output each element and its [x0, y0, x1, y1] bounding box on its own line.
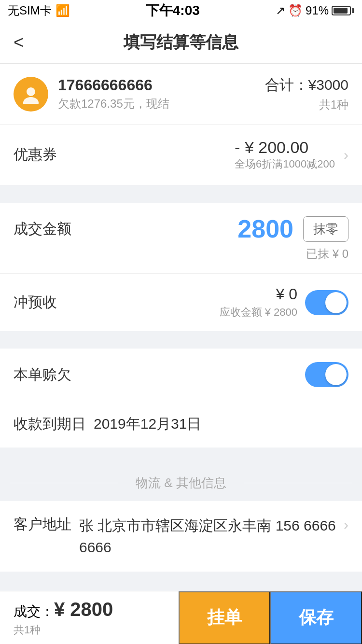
debt-toggle-knob [325, 364, 347, 385]
customer-row: 17666666666 欠款1276.35元，现结 合计：¥3000 共1种 [0, 64, 362, 125]
coupon-row[interactable]: 优惠券 - ¥ 200.00 全场6折满1000减200 › [0, 125, 362, 185]
battery-icon [332, 6, 354, 15]
prepay-sub: 应收金额 ¥ 2800 [220, 305, 297, 320]
round-button[interactable]: 抹零 [303, 216, 348, 242]
address-chevron-icon: › [344, 517, 348, 533]
logistics-text: 物流 & 其他信息 [128, 475, 234, 491]
svg-point-1 [23, 97, 39, 104]
page-title: 填写结算等信息 [124, 31, 238, 54]
save-button[interactable]: 保存 [270, 591, 362, 644]
amount-right: 2800 抹零 [237, 214, 348, 243]
battery-percent: 91% [306, 4, 329, 17]
bottom-bar: 成交：¥ 2800 共1种 挂单 保存 [0, 591, 362, 644]
debt-label: 本单赊欠 [14, 365, 71, 385]
coupon-right: - ¥ 200.00 全场6折满1000减200 › [235, 138, 348, 171]
amount-section: 成交金额 2800 抹零 已抹 ¥ 0 [0, 203, 362, 274]
wifi-icon: 📶 [56, 4, 70, 17]
summary-amount: ¥ 2800 [54, 599, 113, 620]
coupon-sub: 全场6折满1000减200 [235, 157, 335, 171]
debt-card: 本单赊欠 收款到期日 2019年12月31日 [0, 349, 362, 448]
logistics-line-right [244, 483, 352, 483]
address-section[interactable]: 客户地址 张 北京市市辖区海淀区永丰南 156 6666 6666 › [0, 501, 362, 572]
alarm-icon: ⏰ [288, 4, 303, 17]
chevron-right-icon: › [344, 147, 348, 163]
divider-1 [0, 193, 362, 203]
content-area: 17666666666 欠款1276.35元，现结 合计：¥3000 共1种 优… [0, 64, 362, 644]
debt-section: 本单赊欠 [0, 349, 362, 401]
transaction-card: 成交金额 2800 抹零 已抹 ¥ 0 冲预收 ¥ 0 应收金额 ¥ 2800 [0, 203, 362, 331]
back-button[interactable]: < [14, 32, 24, 53]
coupon-label: 优惠券 [14, 145, 57, 165]
total-count: 共1种 [265, 97, 348, 112]
prepay-value: ¥ 0 [220, 285, 297, 303]
duedate-value: 2019年12月31日 [94, 414, 201, 434]
logistics-separator: 物流 & 其他信息 [0, 465, 362, 501]
avatar [14, 77, 48, 112]
amount-label: 成交金额 [14, 219, 71, 239]
amount-value: 2800 [237, 214, 293, 243]
debt-toggle[interactable] [305, 362, 348, 387]
customer-left: 17666666666 欠款1276.35元，现结 [14, 76, 169, 112]
coupon-info: - ¥ 200.00 全场6折满1000减200 [235, 138, 335, 171]
divider-2 [0, 339, 362, 349]
coupon-amount: - ¥ 200.00 [235, 138, 335, 157]
duedate-section: 收款到期日 2019年12月31日 [0, 401, 362, 448]
address-value: 张 北京市市辖区海淀区永丰南 156 6666 6666 [79, 515, 339, 558]
amount-sub: 已抹 ¥ 0 [14, 246, 348, 262]
customer-info: 17666666666 欠款1276.35元，现结 [58, 76, 169, 112]
status-time: 下午4:03 [146, 1, 200, 20]
summary-label: 成交： [14, 604, 54, 619]
bottom-summary-top: 成交：¥ 2800 [14, 599, 165, 621]
address-card: 客户地址 张 北京市市辖区海淀区永丰南 156 6666 6666 › [0, 501, 362, 572]
customer-sub: 欠款1276.35元，现结 [58, 96, 169, 112]
svg-point-0 [27, 87, 35, 96]
customer-total: 合计：¥3000 共1种 [265, 75, 348, 112]
logistics-line-left [10, 483, 118, 483]
nav-bar: < 填写结算等信息 [0, 21, 362, 64]
customer-phone: 17666666666 [58, 76, 169, 94]
amount-row: 成交金额 2800 抹零 [14, 214, 348, 243]
prepay-row: 冲预收 ¥ 0 应收金额 ¥ 2800 [14, 285, 348, 320]
bottom-summary: 成交：¥ 2800 共1种 [0, 599, 179, 637]
duedate-label: 收款到期日 [14, 414, 86, 434]
summary-count: 共1种 [14, 623, 165, 637]
divider-3 [0, 455, 362, 465]
customer-card: 17666666666 欠款1276.35元，现结 合计：¥3000 共1种 优… [0, 64, 362, 185]
prepay-right: ¥ 0 应收金额 ¥ 2800 [220, 285, 348, 320]
prepay-section: 冲预收 ¥ 0 应收金额 ¥ 2800 [0, 274, 362, 331]
location-icon: ↗ [276, 4, 285, 17]
status-left: 无SIM卡 📶 [8, 3, 70, 18]
total-amount: 合计：¥3000 [265, 75, 348, 95]
toggle-knob [325, 292, 347, 313]
hold-button[interactable]: 挂单 [179, 591, 270, 644]
status-right: ↗ ⏰ 91% [276, 4, 354, 17]
carrier-text: 无SIM卡 [8, 3, 52, 18]
address-label: 客户地址 [14, 515, 71, 534]
prepay-label: 冲预收 [14, 293, 57, 312]
status-bar: 无SIM卡 📶 下午4:03 ↗ ⏰ 91% [0, 0, 362, 21]
prepay-toggle[interactable] [305, 290, 348, 315]
prepay-amount: ¥ 0 应收金额 ¥ 2800 [220, 285, 297, 320]
duedate-row: 收款到期日 2019年12月31日 [14, 414, 348, 434]
